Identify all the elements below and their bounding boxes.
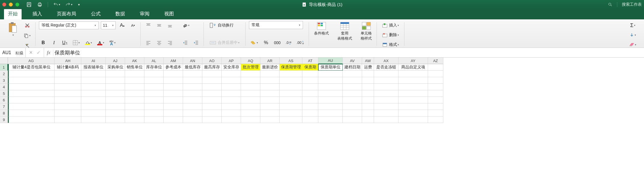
cell-AS2[interactable] xyxy=(280,71,302,77)
cell-AH8[interactable] xyxy=(55,110,81,116)
cell-AQ3[interactable] xyxy=(241,77,260,84)
cell-AM5[interactable] xyxy=(164,90,183,97)
cell-AX1[interactable]: 是否走冻链 xyxy=(374,64,398,71)
cell-AH9[interactable] xyxy=(55,116,81,123)
cell-AQ7[interactable] xyxy=(241,103,260,110)
conditional-format-button[interactable]: 条件格式 xyxy=(312,21,331,36)
copy-button[interactable]: ▾ xyxy=(22,31,32,40)
cell-AU3[interactable] xyxy=(318,77,343,84)
print-icon[interactable] xyxy=(37,2,43,7)
cell-AN2[interactable] xyxy=(183,71,202,77)
cell-AZ3[interactable] xyxy=(428,77,443,84)
align-right-button[interactable] xyxy=(166,38,174,47)
column-header-AM[interactable]: AM xyxy=(164,58,183,64)
cell-AT8[interactable] xyxy=(302,110,318,116)
border-button[interactable]: ▾ xyxy=(71,38,81,47)
cell-AQ9[interactable] xyxy=(241,116,260,123)
cell-AS1[interactable]: 保质期管理 xyxy=(280,64,302,71)
cell-AP4[interactable] xyxy=(222,84,241,90)
cell-AR9[interactable] xyxy=(260,116,280,123)
tab-insert[interactable]: 插入 xyxy=(28,9,46,19)
cell-AN7[interactable] xyxy=(183,103,202,110)
cell-AX3[interactable] xyxy=(374,77,398,84)
cell-AU7[interactable] xyxy=(318,103,343,110)
cell-AV3[interactable] xyxy=(343,77,362,84)
cell-AX8[interactable] xyxy=(374,110,398,116)
cell-AK1[interactable]: 销售单位 xyxy=(125,64,144,71)
cell-AO3[interactable] xyxy=(202,77,222,84)
cell-AY5[interactable] xyxy=(398,90,428,97)
cell-AH5[interactable] xyxy=(55,90,81,97)
cell-AN6[interactable] xyxy=(183,97,202,103)
cell-AU9[interactable] xyxy=(318,116,343,123)
cell-AS4[interactable] xyxy=(280,84,302,90)
formula-input[interactable]: 保质期单位 xyxy=(53,49,80,56)
cell-AT1[interactable]: 保质期 xyxy=(302,64,318,71)
format-cells-button[interactable]: 格式▾ xyxy=(380,40,401,49)
cell-AJ4[interactable] xyxy=(106,84,125,90)
cell-AY1[interactable]: 商品自定义项 xyxy=(398,64,428,71)
cell-AO5[interactable] xyxy=(202,90,222,97)
cell-AR4[interactable] xyxy=(260,84,280,90)
cell-AH4[interactable] xyxy=(55,84,81,90)
cell-AH6[interactable] xyxy=(55,97,81,103)
cell-AI4[interactable] xyxy=(81,84,106,90)
cell-AG3[interactable] xyxy=(8,77,55,84)
cell-AG8[interactable] xyxy=(8,110,55,116)
percent-button[interactable]: % xyxy=(262,38,270,47)
cell-AR7[interactable] xyxy=(260,103,280,110)
cell-AH2[interactable] xyxy=(55,71,81,77)
font-color-button[interactable]: A▾ xyxy=(96,38,106,47)
cell-AP3[interactable] xyxy=(222,77,241,84)
column-header-AJ[interactable]: AJ xyxy=(106,58,125,64)
increase-font-button[interactable]: A▴ xyxy=(118,21,126,30)
cell-AK4[interactable] xyxy=(125,84,144,90)
cell-AW6[interactable] xyxy=(362,97,374,103)
cell-AY2[interactable] xyxy=(398,71,428,77)
cell-AO8[interactable] xyxy=(202,110,222,116)
cell-AP6[interactable] xyxy=(222,97,241,103)
cell-AO1[interactable]: 最高库存 xyxy=(202,64,222,71)
cut-button[interactable] xyxy=(22,21,32,30)
minimize-window-button[interactable] xyxy=(9,3,13,7)
row-header-2[interactable]: 2 xyxy=(0,71,8,77)
cell-AZ1[interactable] xyxy=(428,64,443,71)
cell-AV1[interactable]: 建档日期 xyxy=(343,64,362,71)
cell-AQ2[interactable] xyxy=(241,71,260,77)
bold-button[interactable]: B xyxy=(39,38,47,47)
column-header-AW[interactable]: AW xyxy=(362,58,374,64)
cell-AH7[interactable] xyxy=(55,103,81,110)
align-left-button[interactable] xyxy=(144,38,153,47)
redo-button[interactable]: ▾ xyxy=(65,2,72,7)
cell-AT6[interactable] xyxy=(302,97,318,103)
cell-AK9[interactable] xyxy=(125,116,144,123)
decrease-decimal-button[interactable]: .00.0 xyxy=(295,38,306,47)
column-header-AY[interactable]: AY xyxy=(398,58,428,64)
cell-AM1[interactable]: 参考成本 xyxy=(164,64,183,71)
orientation-button[interactable]: ab▾ xyxy=(181,21,191,30)
cell-AK6[interactable] xyxy=(125,97,144,103)
cell-AR3[interactable] xyxy=(260,77,280,84)
decrease-indent-button[interactable] xyxy=(181,38,190,47)
cell-AU2[interactable] xyxy=(318,71,343,77)
cell-AX5[interactable] xyxy=(374,90,398,97)
cell-AS8[interactable] xyxy=(280,110,302,116)
cell-AG5[interactable] xyxy=(8,90,55,97)
cell-AQ6[interactable] xyxy=(241,97,260,103)
cell-AI6[interactable] xyxy=(81,97,106,103)
cell-AU6[interactable] xyxy=(318,97,343,103)
cell-AX7[interactable] xyxy=(374,103,398,110)
cell-AW5[interactable] xyxy=(362,90,374,97)
cell-AN4[interactable] xyxy=(183,84,202,90)
number-format-select[interactable]: 常规▾ xyxy=(249,21,303,29)
cell-AT3[interactable] xyxy=(302,77,318,84)
cell-AX4[interactable] xyxy=(374,84,398,90)
cell-AT4[interactable] xyxy=(302,84,318,90)
cell-AV4[interactable] xyxy=(343,84,362,90)
row-header-4[interactable]: 4 xyxy=(0,84,8,90)
cell-AW1[interactable]: 运费 xyxy=(362,64,374,71)
column-header-AK[interactable]: AK xyxy=(125,58,144,64)
row-header-7[interactable]: 7 xyxy=(0,103,8,110)
cell-AV6[interactable] xyxy=(343,97,362,103)
cell-AK7[interactable] xyxy=(125,103,144,110)
